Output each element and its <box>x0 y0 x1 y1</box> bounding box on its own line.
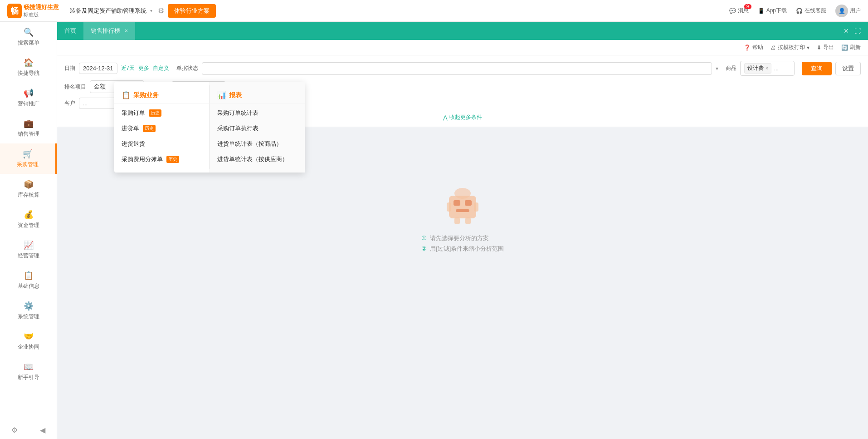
sales-icon: 💼 <box>24 118 34 128</box>
setting-btn[interactable]: 设置 <box>835 62 861 75</box>
sidebar-item-label: 采购管理 <box>17 161 39 168</box>
collab-icon: 🤝 <box>24 331 34 341</box>
menu-item-report-2[interactable]: 采购订单执行表 <box>210 121 305 136</box>
user-name: 用户 <box>850 7 861 15</box>
section2-title: 📊 报表 <box>210 87 305 104</box>
tab-home[interactable]: 首页 <box>57 22 83 40</box>
section2-icon: 📊 <box>217 91 226 99</box>
empty-hint-1: ① 请先选择要分析的方案 <box>421 233 504 243</box>
message-btn[interactable]: 💬 消息 9 <box>729 7 749 15</box>
user-area[interactable]: 👤 用户 <box>835 5 861 17</box>
status-filter: 单据状态 ▾ <box>176 62 718 75</box>
date-shortcut-custom[interactable]: 自定义 <box>153 64 169 72</box>
online-service-label: 在线客服 <box>805 7 826 15</box>
rank-value: 金额 <box>94 83 106 91</box>
tab-sales-rank[interactable]: 销售排行榜 × <box>83 22 135 40</box>
query-btn[interactable]: 查询 <box>802 62 832 75</box>
system-title-arrow[interactable]: ▾ <box>150 8 152 13</box>
print-btn[interactable]: 🖨 按模板打印 ▾ <box>770 44 809 51</box>
section1-icon: 📋 <box>122 91 131 99</box>
print-label: 按模板打印 <box>778 44 805 51</box>
sidebar-item-search[interactable]: 🔍 搜索菜单 <box>0 22 57 52</box>
logo-main-text: 畅捷通好生意 <box>24 4 59 11</box>
settings-icon[interactable]: ⚙ <box>158 6 164 15</box>
date-shortcut-7days[interactable]: 近7天 <box>121 64 135 72</box>
menu-item-purchase-cost[interactable]: 采购费用分摊单 历史 <box>114 152 209 167</box>
main-layout: 🔍 搜索菜单 🏠 快捷导航 📢 营销推广 💼 销售管理 🛒 采购管理 📦 <box>0 22 868 439</box>
goods-tag: 设计费 × <box>744 63 771 74</box>
menu-item-label: 采购订单 <box>122 109 145 117</box>
industry-btn[interactable]: 体验行业方案 <box>168 4 216 18</box>
goods-tag-close[interactable]: × <box>766 66 768 71</box>
goods-input[interactable]: 设计费 × ... <box>740 61 795 76</box>
export-btn[interactable]: ⬇ 导出 <box>817 44 834 51</box>
empty-hint-2: ② 用[过滤]条件来缩小分析范围 <box>421 243 504 254</box>
sidebar-item-system[interactable]: ⚙️ 系统管理 <box>0 296 57 326</box>
sidebar-item-sales[interactable]: 💼 销售管理 <box>0 113 57 143</box>
svg-rect-1 <box>454 200 460 206</box>
menu-item-purchase-order[interactable]: 采购订单 历史 <box>114 105 209 121</box>
help-btn[interactable]: ❓ 帮助 <box>744 44 763 51</box>
collapse-label: 收起更多条件 <box>449 113 482 121</box>
online-service-btn[interactable]: 🎧 在线客服 <box>796 7 826 15</box>
tab-close-btn[interactable]: × <box>125 28 128 34</box>
menu-item-report-3[interactable]: 进货单统计表（按商品） <box>210 136 305 152</box>
sidebar-item-operation[interactable]: 📈 经营管理 <box>0 235 57 265</box>
hint1-num: ① <box>421 235 427 242</box>
status-label: 单据状态 <box>176 64 198 72</box>
empty-illustration <box>435 182 490 227</box>
date-shortcut-more[interactable]: 更多 <box>138 64 149 72</box>
operation-icon: 📈 <box>24 240 34 250</box>
menu-item-report-1[interactable]: 采购订单统计表 <box>210 105 305 121</box>
logo-area: 畅 畅捷通好生意 标准版 <box>7 4 59 18</box>
collapse-sidebar-btn[interactable]: ◀ <box>40 426 45 434</box>
sidebar-item-label: 系统管理 <box>18 313 39 321</box>
menu-item-stock-return[interactable]: 进货退货 <box>114 136 209 152</box>
sidebar-item-inventory[interactable]: 📦 库存核算 <box>0 174 57 204</box>
sidebar-item-base[interactable]: 📋 基础信息 <box>0 265 57 296</box>
status-input[interactable] <box>202 62 712 75</box>
logo-text: 畅捷通好生意 标准版 <box>24 4 59 18</box>
print-icon: 🖨 <box>770 44 776 51</box>
search-icon: 🔍 <box>24 27 34 37</box>
empty-text: ① 请先选择要分析的方案 ② 用[过滤]条件来缩小分析范围 <box>421 233 504 254</box>
tab-fullscreen-icon[interactable]: ⛶ <box>854 27 861 35</box>
filter-row-1: 日期 2024-12-31 近7天 更多 自定义 单据状态 <box>64 61 861 76</box>
purchase-business-section: 📋 采购业务 采购订单 历史 进货单 历史 进货退货 <box>114 82 209 173</box>
app-download-btn[interactable]: 📱 App下载 <box>758 7 787 15</box>
report-section: 📊 报表 采购订单统计表 采购订单执行表 进货单统计表（按商品） <box>210 82 305 173</box>
menu-item-label: 采购订单统计表 <box>217 109 258 117</box>
help-label: 帮助 <box>752 44 763 51</box>
date-range-input[interactable]: 2024-12-31 <box>79 63 117 74</box>
rank-label: 排名项目 <box>64 83 86 91</box>
logo-sub-text: 标准版 <box>24 11 59 18</box>
filter-actions: 查询 设置 <box>802 62 861 75</box>
sidebar-item-purchase[interactable]: 🛒 采购管理 <box>0 143 57 174</box>
menu-item-label: 进货单 <box>122 124 139 133</box>
sidebar-item-marketing[interactable]: 📢 营销推广 <box>0 83 57 113</box>
sidebar-item-nav[interactable]: 🏠 快捷导航 <box>0 52 57 83</box>
menu-item-report-4[interactable]: 进货单统计表（按供应商） <box>210 152 305 167</box>
refresh-btn[interactable]: 🔄 刷新 <box>841 44 861 51</box>
sidebar-item-label: 营销推广 <box>18 100 39 108</box>
settings-bottom-btn[interactable]: ⚙ <box>11 426 18 434</box>
finance-icon: 💰 <box>24 210 34 220</box>
sidebar-item-finance[interactable]: 💰 资金管理 <box>0 204 57 235</box>
sidebar-item-label: 经营管理 <box>18 252 39 260</box>
collapse-btn[interactable]: ⋀ 收起更多条件 <box>443 113 482 121</box>
history-badge-3: 历史 <box>166 156 179 163</box>
refresh-label: 刷新 <box>850 44 861 51</box>
menu-item-stock-in[interactable]: 进货单 历史 <box>114 121 209 136</box>
sidebar-item-label: 快捷导航 <box>18 69 39 77</box>
system-icon: ⚙️ <box>24 301 34 311</box>
svg-point-8 <box>454 188 471 199</box>
tab-close-icon[interactable]: ✕ <box>844 27 849 35</box>
goods-label: 商品 <box>726 64 736 72</box>
sidebar-item-guide[interactable]: 📖 新手引导 <box>0 356 57 387</box>
tab-icons: ✕ ⛶ <box>844 27 868 35</box>
customer-label: 客户 <box>64 99 75 107</box>
date-value: 2024-12-31 <box>83 65 113 72</box>
section1-title: 📋 采购业务 <box>114 87 209 104</box>
content-area: 首页 销售排行榜 × ✕ ⛶ ❓ 帮助 <box>57 22 868 439</box>
sidebar-item-collab[interactable]: 🤝 企业协同 <box>0 326 57 356</box>
